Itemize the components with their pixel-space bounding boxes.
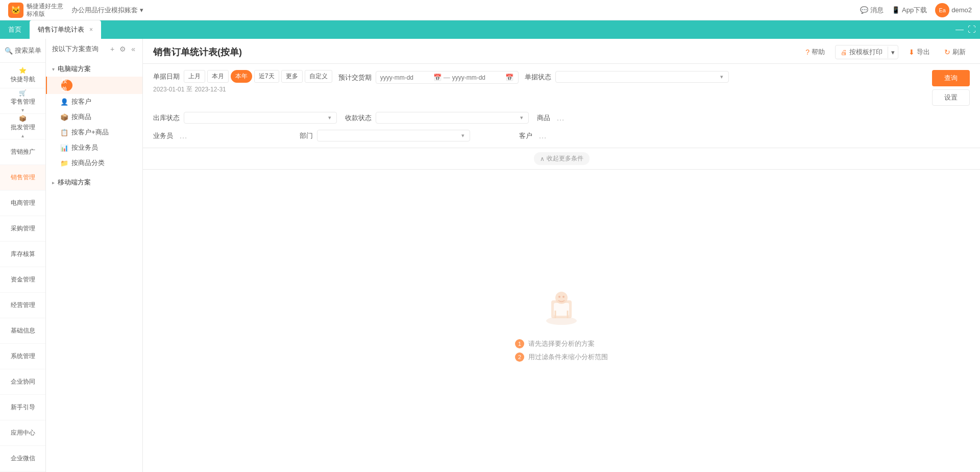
doc-status-item: 单据状态 ▾ bbox=[525, 71, 729, 83]
date-to-value: 2023-12-31 bbox=[194, 86, 226, 93]
expected-delivery-item: 预计交货期 📅 — 📅 bbox=[338, 71, 519, 84]
tip1-num: 1 bbox=[515, 339, 524, 348]
search-icon: 🔍 bbox=[5, 47, 13, 55]
tab-close-btn[interactable]: × bbox=[89, 26, 93, 33]
sidebar-item-wechat[interactable]: 企业微信 bbox=[0, 446, 45, 471]
export-icon: ⬇ bbox=[909, 48, 915, 56]
settings-btn[interactable]: 设置 bbox=[932, 89, 970, 106]
date-btn-lastmonth[interactable]: 上月 bbox=[184, 70, 205, 83]
top-bar: 🐱 畅捷通好生意 标准版 办公用品行业模拟账套 ▾ 💬 消息 📱 App下载 E… bbox=[0, 0, 980, 20]
date-btn-more[interactable]: 更多 bbox=[281, 70, 303, 83]
tree-group-pc: ▾ 电脑端方案 按单 👤 按客户 📦 按商品 bbox=[46, 59, 142, 173]
query-btn[interactable]: 查询 bbox=[932, 70, 970, 86]
wholesale-icon: 📦 bbox=[19, 115, 27, 122]
left-panel: 按以下方案查询 + ⚙ « ▾ 电脑端方案 bbox=[46, 39, 143, 472]
sidebar-item-marketing[interactable]: 营销推广 bbox=[0, 139, 45, 165]
calendar-to-icon[interactable]: 📅 bbox=[505, 74, 513, 81]
date-filter-item: 单据日期 上月 本月 本年 近7天 更多 自定义 2023-01-0 bbox=[153, 70, 332, 93]
sidebar-item-ops[interactable]: 经营管理 bbox=[0, 293, 45, 318]
calendar-from-icon[interactable]: 📅 bbox=[433, 74, 442, 81]
tree-item-by-customer[interactable]: 👤 按客户 bbox=[46, 94, 142, 109]
tab-active[interactable]: 销售订单统计表 × bbox=[30, 20, 101, 39]
left-panel-header: 按以下方案查询 + ⚙ « bbox=[46, 39, 142, 57]
date-label: 单据日期 bbox=[153, 72, 180, 81]
collapse-icon: ∧ bbox=[540, 155, 545, 162]
date-btn-thisyear[interactable]: 本年 bbox=[231, 70, 252, 83]
tab-bar-actions: — ⛶ bbox=[955, 25, 980, 34]
tab-home[interactable]: 首页 bbox=[0, 20, 30, 39]
page-title: 销售订单统计表(按单) bbox=[153, 46, 242, 58]
delivery-status-select[interactable]: ▾ bbox=[184, 112, 337, 124]
setting-scheme-btn[interactable]: ⚙ bbox=[118, 44, 127, 54]
search-menu-btn[interactable]: 🔍 搜索菜单 bbox=[4, 43, 41, 58]
sales-rep-label: 业务员 bbox=[153, 131, 173, 140]
date-btn-7days[interactable]: 近7天 bbox=[254, 70, 279, 83]
app-selector[interactable]: 办公用品行业模拟账套 ▾ bbox=[67, 4, 148, 17]
quick-nav-icon: ⭐ bbox=[19, 67, 27, 74]
date-range-display: 2023-01-01 至 2023-12-31 bbox=[153, 85, 226, 93]
page-actions: ? 帮助 🖨 按模板打印 ▾ ⬇ 导出 ↻ 刷新 bbox=[801, 45, 970, 59]
print-icon: 🖨 bbox=[841, 49, 847, 56]
tree-item-by-order[interactable]: 按单 bbox=[46, 77, 142, 94]
sidebar-item-ecommerce[interactable]: 电商管理 bbox=[0, 191, 45, 216]
sidebar-item-guide[interactable]: 新手引导 bbox=[0, 395, 45, 420]
salesperson-scheme-icon: 📊 bbox=[60, 144, 68, 152]
sales-rep-select-btn[interactable]: … bbox=[177, 131, 189, 140]
sidebar-item-finance[interactable]: 资金管理 bbox=[0, 267, 45, 293]
customer-select-btn[interactable]: … bbox=[536, 131, 549, 140]
filter-row-3: 业务员 … 部门 ▾ 客户 … bbox=[153, 130, 970, 141]
app-title: 办公用品行业模拟账套 bbox=[71, 6, 138, 15]
date-btn-thismonth[interactable]: 本月 bbox=[207, 70, 229, 83]
refresh-btn[interactable]: ↻ 刷新 bbox=[940, 45, 970, 59]
tab-minimize-btn[interactable]: — bbox=[955, 25, 964, 34]
user-area[interactable]: Ea demo2 bbox=[935, 3, 972, 17]
sidebar-item-purchase[interactable]: 采购管理 bbox=[0, 216, 45, 242]
tree-group-header-pc[interactable]: ▾ 电脑端方案 bbox=[46, 61, 142, 77]
collapse-btn[interactable]: ∧ 收起更多条件 bbox=[534, 152, 590, 165]
content-area: 销售订单统计表(按单) ? 帮助 🖨 按模板打印 ▾ ⬇ 导出 bbox=[143, 39, 980, 472]
doc-status-select[interactable]: ▾ bbox=[555, 71, 729, 83]
export-btn[interactable]: ⬇ 导出 bbox=[904, 45, 934, 59]
delivery-status-arrow: ▾ bbox=[328, 114, 331, 121]
sidebar-item-quick-nav[interactable]: ⭐ 快捷导航 bbox=[0, 63, 45, 88]
logo-icon: 🐱 bbox=[8, 3, 23, 18]
help-icon: ? bbox=[805, 48, 810, 56]
app-download-btn[interactable]: 📱 App下载 bbox=[892, 6, 927, 15]
print-btn[interactable]: 🖨 按模板打印 bbox=[836, 45, 888, 59]
tree-arrow-mobile-icon: ▸ bbox=[52, 180, 55, 185]
filter-row-2: 出库状态 ▾ 收款状态 ▾ 商品 … bbox=[153, 112, 970, 124]
department-select[interactable]: ▾ bbox=[317, 130, 470, 141]
sidebar-item-inventory[interactable]: 库存核算 bbox=[0, 242, 45, 267]
logo-text: 畅捷通好生意 标准版 bbox=[27, 3, 63, 17]
department-label: 部门 bbox=[300, 131, 313, 140]
tab-maximize-btn[interactable]: ⛶ bbox=[968, 25, 976, 34]
payment-status-select[interactable]: ▾ bbox=[376, 112, 529, 124]
sidebar-item-system[interactable]: 系统管理 bbox=[0, 344, 45, 369]
message-btn[interactable]: 💬 消息 bbox=[860, 6, 884, 15]
sidebar-item-retail[interactable]: 🛒 零售管理 ▾ bbox=[0, 88, 45, 114]
help-btn[interactable]: ? 帮助 bbox=[801, 45, 829, 59]
tree-group-mobile: ▸ 移动端方案 bbox=[46, 173, 142, 192]
tree-item-by-product[interactable]: 📦 按商品 bbox=[46, 109, 142, 125]
sidebar-item-wholesale[interactable]: 📦 批发管理 ▴ bbox=[0, 114, 45, 139]
sidebar-item-appcenter[interactable]: 应用中心 bbox=[0, 420, 45, 446]
sidebar-item-enterprise[interactable]: 企业协同 bbox=[0, 369, 45, 395]
collapse-row: ∧ 收起更多条件 bbox=[143, 148, 980, 170]
top-bar-left: 🐱 畅捷通好生意 标准版 办公用品行业模拟账套 ▾ bbox=[8, 3, 148, 18]
tree-group-header-mobile[interactable]: ▸ 移动端方案 bbox=[46, 175, 142, 190]
sidebar-item-sales[interactable]: 销售管理 bbox=[0, 165, 45, 191]
category-scheme-icon: 📁 bbox=[60, 159, 68, 167]
tree-item-by-salesperson[interactable]: 📊 按业务员 bbox=[46, 140, 142, 155]
product-select-btn[interactable]: … bbox=[554, 113, 567, 123]
tree-item-by-category[interactable]: 📁 按商品分类 bbox=[46, 155, 142, 171]
add-scheme-btn[interactable]: + bbox=[109, 44, 115, 54]
empty-state: 1 请先选择要分析的方案 2 用过滤条件来缩小分析范围 bbox=[143, 170, 980, 472]
delivery-date-to-input[interactable] bbox=[452, 74, 503, 81]
tree-item-by-customer-product[interactable]: 📋 按客户+商品 bbox=[46, 125, 142, 140]
delivery-date-from-input[interactable] bbox=[380, 74, 431, 81]
sidebar-item-basic[interactable]: 基础信息 bbox=[0, 318, 45, 344]
collapse-panel-btn[interactable]: « bbox=[130, 44, 136, 54]
download-icon: 📱 bbox=[892, 6, 900, 14]
date-btn-custom[interactable]: 自定义 bbox=[305, 70, 332, 83]
print-dropdown-arrow-btn[interactable]: ▾ bbox=[888, 46, 898, 58]
